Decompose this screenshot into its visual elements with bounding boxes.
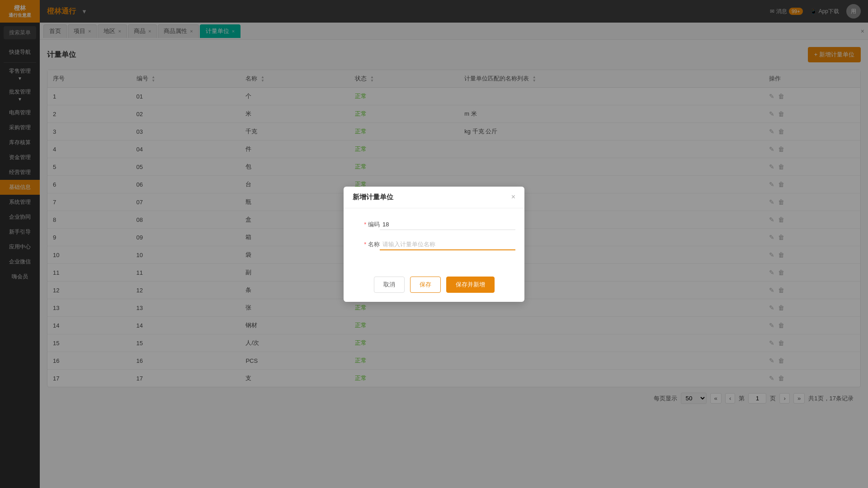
modal-overlay[interactable]: 新增计量单位 × 编码 名称 取消 保存 保存并新增	[0, 0, 868, 488]
modal-title: 新增计量单位	[353, 193, 393, 202]
save-and-new-button[interactable]: 保存并新增	[446, 277, 495, 293]
code-form-row: 编码	[353, 219, 515, 230]
name-form-row: 名称	[353, 239, 515, 250]
add-unit-modal: 新增计量单位 × 编码 名称 取消 保存 保存并新增	[344, 187, 524, 302]
code-input[interactable]	[380, 219, 515, 230]
name-label: 名称	[353, 240, 380, 249]
modal-close-button[interactable]: ×	[511, 193, 515, 201]
name-input[interactable]	[380, 239, 515, 250]
modal-header: 新增计量单位 ×	[344, 187, 524, 208]
code-label: 编码	[353, 221, 380, 229]
save-button[interactable]: 保存	[410, 277, 441, 293]
cancel-button[interactable]: 取消	[374, 277, 405, 293]
modal-footer: 取消 保存 保存并新增	[344, 270, 524, 302]
modal-body: 编码 名称	[344, 208, 524, 270]
